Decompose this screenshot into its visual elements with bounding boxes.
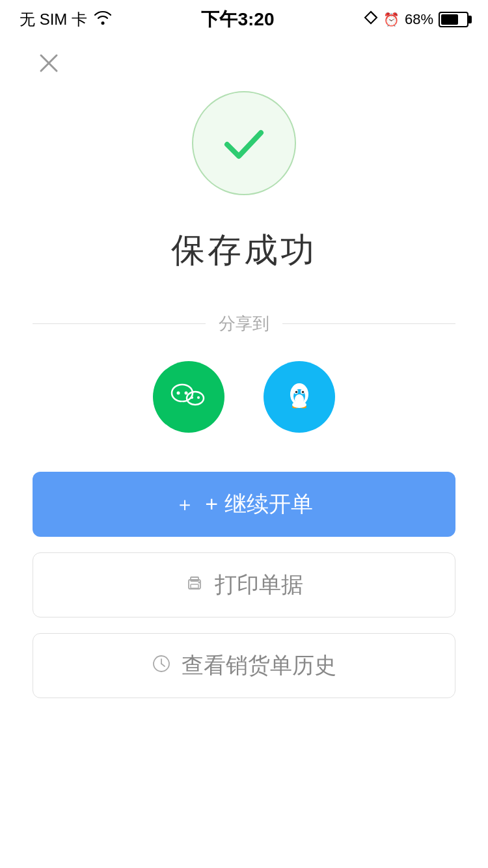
continue-label: + 继续开单: [205, 489, 312, 519]
svg-point-4: [177, 392, 180, 395]
wechat-share-button[interactable]: [153, 361, 224, 433]
carrier-text: 无 SIM 卡: [20, 9, 87, 30]
share-label: 分享到: [206, 312, 282, 335]
qq-share-button[interactable]: [264, 361, 335, 433]
svg-point-22: [198, 581, 200, 583]
battery-icon: [439, 12, 468, 27]
qq-icon: [278, 376, 320, 418]
svg-rect-20: [191, 577, 198, 581]
share-divider-row: 分享到: [0, 312, 488, 335]
close-button[interactable]: [33, 47, 65, 79]
continue-button[interactable]: ＋ + 继续开单: [33, 472, 455, 537]
success-circle: [192, 91, 296, 195]
divider-left: [33, 323, 206, 324]
clock-icon: [152, 654, 171, 678]
battery-percent: 68%: [405, 11, 433, 28]
svg-rect-21: [191, 584, 198, 588]
divider-right: [282, 323, 455, 324]
print-label: 打印单据: [215, 570, 303, 600]
checkmark-icon: [218, 117, 270, 169]
action-buttons: ＋ + 继续开单 打印单据: [0, 472, 488, 698]
svg-point-7: [197, 396, 200, 399]
svg-point-6: [191, 396, 193, 399]
status-right: ⏰ 68%: [364, 10, 468, 29]
history-label: 查看销货单历史: [182, 651, 336, 681]
svg-line-25: [161, 664, 165, 666]
share-section: 分享到: [0, 312, 488, 433]
svg-point-5: [185, 392, 188, 395]
status-time: 下午3:20: [201, 7, 274, 32]
share-icons-row: [153, 361, 335, 433]
wifi-icon: [94, 10, 112, 29]
status-bar: 无 SIM 卡 下午3:20 ⏰ 68%: [0, 0, 488, 39]
plus-icon: ＋: [175, 491, 195, 518]
wechat-icon: [168, 376, 210, 418]
print-button[interactable]: 打印单据: [33, 552, 455, 617]
close-icon: [38, 53, 59, 74]
history-button[interactable]: 查看销货单历史: [33, 633, 455, 698]
svg-point-12: [295, 391, 298, 394]
main-content: 保存成功 分享到: [0, 39, 488, 698]
success-title: 保存成功: [171, 228, 317, 273]
svg-point-18: [295, 394, 304, 405]
printer-icon: [185, 573, 204, 597]
status-left: 无 SIM 卡: [20, 9, 112, 30]
svg-point-13: [302, 391, 305, 394]
alarm-icon: ⏰: [383, 12, 400, 27]
location-icon: [364, 10, 378, 29]
